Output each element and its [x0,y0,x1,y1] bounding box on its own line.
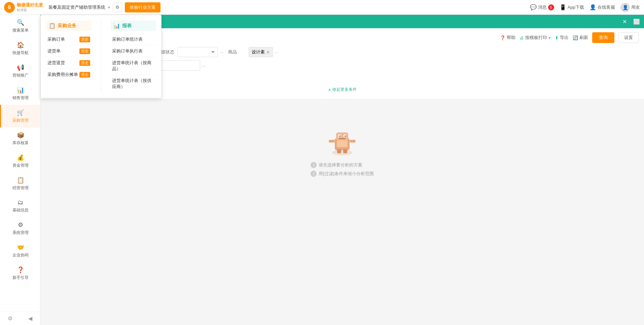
collapse-text: 收起更多条件 [332,87,357,92]
top-header: 6 畅捷通好生意 标准版 装餐及固定资产辅助管理系统 ▾ ⚙ 体验行业方案 💬 … [0,0,644,15]
tab-maximize-btn[interactable]: ⬜ [632,17,641,26]
refresh-label: 刷新 [579,35,588,41]
sidebar-label-cooperation: 企业协同 [12,252,29,258]
dropdown-item-purchase-return[interactable]: 进货退货 历史 [46,57,92,69]
sidebar-label-finance: 资金管理 [12,163,29,168]
dropdown-item-purchase-expense[interactable]: 采购费用分摊单 历史 [46,69,92,80]
dropdown-item-report-receipt-supplier[interactable]: 进货单统计表（按供应商） [111,75,156,92]
user-avatar: 👤 [620,3,630,12]
sidebar-label-quick-nav: 快捷导航 [12,50,29,56]
message-label: 消息 [538,4,547,10]
step2-num: 2 [311,171,317,177]
user-label: 用友 [631,4,640,10]
goods-tag-value: 设计素 [252,49,265,55]
sidebar-item-operation[interactable]: 📋 经营管理 [0,172,40,195]
sidebar-settings-btn[interactable]: ⚙ [8,315,12,322]
tab-close-btn[interactable]: ✕ [620,17,629,26]
refresh-button[interactable]: 🔄 刷新 [573,35,588,41]
user-area[interactable]: 👤 用友 [620,3,640,12]
sidebar-item-inventory[interactable]: 📦 库存核算 [0,127,40,150]
purchase-order-label: 采购订单 [47,36,65,42]
dropdown-report-section: 📊 报表 采购订单统计表 采购订单执行表 进货单统计表（按商品） 进货单统计表（… [111,21,156,92]
dropdown-purchase-title: 📋 采购业务 [46,21,92,31]
phone-icon: 📱 [560,4,566,10]
dropdown-item-report-order-stat[interactable]: 采购订单统计表 [111,34,156,45]
cooperation-icon: 🤝 [17,244,24,251]
goods-tag-close[interactable]: ✕ [266,50,270,55]
step1-num: 1 [311,162,317,168]
goods-dots[interactable]: ··· [275,50,279,55]
purchase-expense-label: 采购费用分摊单 [47,72,78,78]
export-icon: ⬆ [555,35,559,40]
logo-text: 畅捷通好生意 标准版 [17,2,43,12]
sidebar-item-cooperation[interactable]: 🤝 企业协同 [0,240,40,262]
sidebar-item-marketing[interactable]: 📢 营销推广 [0,60,40,82]
empty-illustration [325,126,359,157]
svg-rect-12 [343,149,347,153]
export-button[interactable]: ⬆ 导出 [555,35,569,41]
message-button[interactable]: 💬 消息 5 [530,4,554,10]
print-arrow-icon[interactable]: ▾ [548,35,551,40]
settings-button[interactable]: ⚙ [113,3,122,12]
help-icon: ❓ [500,35,505,40]
dropdown-arrow-icon[interactable]: ▾ [108,5,110,10]
step2-text: 用[过滤]条件来缩小分析范围 [319,169,373,178]
print-button[interactable]: 🖨 按模板打印 ▾ [520,35,551,41]
dropdown-item-report-receipt-goods[interactable]: 进货单统计表（按商品） [111,57,156,75]
purchase-icon: 🛒 [17,109,24,116]
sidebar-item-sales[interactable]: 📊 销售管理 [0,82,40,105]
sidebar-item-search[interactable]: 🔍 搜索菜单 [0,15,40,37]
svg-point-6 [345,135,346,137]
search-icon: 🔍 [17,19,24,26]
sidebar-item-system[interactable]: ⚙ 系统管理 [0,217,40,240]
report-receipt-supplier-label: 进货单统计表（按供应商） [112,78,155,90]
app-download-label: App下载 [568,4,584,10]
status-dots[interactable]: ··· [220,50,223,55]
report-section-label: 报表 [122,23,132,29]
header-right: 💬 消息 5 📱 App下载 👤 在线客服 👤 用友 [530,3,640,12]
purchase-return-label: 进货退货 [47,60,65,66]
svg-point-5 [339,135,341,137]
svg-rect-9 [350,140,356,143]
sidebar-label-marketing: 营销推广 [12,73,29,78]
step1-text: 请先选择要分析的方案 [319,161,362,169]
service-icon: 👤 [589,4,596,10]
sidebar-item-purchase[interactable]: 🛒 采购管理 [0,105,40,127]
sidebar-item-quick-nav[interactable]: 🏠 快捷导航 [0,37,40,60]
goods-label: 商品 [228,49,247,55]
finance-icon: 💰 [17,154,24,161]
online-service-button[interactable]: 👤 在线客服 [589,4,615,10]
sidebar-label-sales: 销售管理 [12,95,29,101]
refresh-icon: 🔄 [573,35,578,40]
help-label: 帮助 [507,35,515,41]
goods-filter: 商品 设计素 ✕ ··· [228,47,295,57]
status-select[interactable] [177,47,218,57]
dropdown-purchase-section: 📋 采购业务 采购订单 历史 进货单 历史 进货退货 历史 采购费用分摊单 历史 [46,21,92,92]
dropdown-divider [101,21,101,92]
sidebar-label-basic-info: 基础信息 [12,207,29,213]
dropdown-item-purchase-order[interactable]: 采购订单 历史 [46,34,92,45]
sidebar-label-search: 搜索菜单 [12,28,29,33]
industry-button[interactable]: 体验行业方案 [125,2,160,12]
settings-config-button[interactable]: 设置 [618,32,639,43]
logo-area: 6 畅捷通好生意 标准版 [4,2,44,13]
help-button[interactable]: ❓ 帮助 [500,35,515,41]
app-download-button[interactable]: 📱 App下载 [560,4,584,10]
purchase-section-icon: 📋 [49,23,56,29]
brand-main: 畅捷通好生意 [17,2,43,8]
dropdown-item-report-order-exec[interactable]: 采购订单执行表 [111,45,156,57]
sidebar-collapse-btn[interactable]: ◀ [28,315,32,322]
query-button[interactable]: 查询 [592,32,614,43]
status-filter: 单据状态 ··· [157,47,224,57]
dropdown-item-purchase-receipt[interactable]: 进货单 历史 [46,45,92,57]
logo-icon: 6 [4,2,15,13]
sidebar-item-basic-info[interactable]: 🗂 基础信息 [0,195,40,217]
report-order-exec-label: 采购订单执行表 [112,48,143,54]
sidebar: 🔍 搜索菜单 🏠 快捷导航 📢 营销推广 📊 销售管理 🛒 采购管理 📦 库存核… [0,15,40,325]
sidebar-item-guide[interactable]: ❓ 新手引导 [0,262,40,285]
report-order-stat-label: 采购订单统计表 [112,36,143,42]
salesman-dots[interactable]: ··· [202,63,206,68]
marketing-icon: 📢 [17,64,24,71]
sidebar-item-finance[interactable]: 💰 资金管理 [0,150,40,172]
inventory-icon: 📦 [17,131,24,139]
